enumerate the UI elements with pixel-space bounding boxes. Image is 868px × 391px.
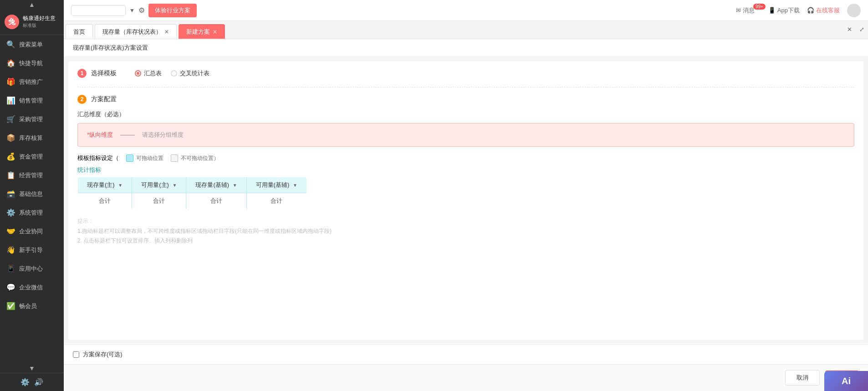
sidebar-item-label: 企业微信 bbox=[19, 283, 43, 292]
topbar: ▼ ⚙ 体验行业方案 ✉ 消息 99+ 📱 App下载 🎧 在线客服 bbox=[64, 0, 868, 21]
col-header-1[interactable]: 现存量(主) ▼ bbox=[78, 177, 132, 193]
cell-summary-3: 合计 bbox=[186, 193, 246, 209]
wave-icon: 👋 bbox=[6, 246, 15, 254]
logo-icon: 兔 bbox=[5, 15, 19, 29]
dimension-label: 汇总维度（必选） bbox=[77, 110, 854, 118]
mobile-icon: 📱 bbox=[6, 264, 15, 273]
save-label: 方案保存(可选) bbox=[83, 350, 123, 359]
tab-new-plan-close-icon[interactable]: ✕ bbox=[213, 29, 217, 35]
sidebar-item-label: 营销推广 bbox=[19, 78, 43, 86]
topbar-right: ✉ 消息 99+ 📱 App下载 🎧 在线客服 bbox=[736, 4, 861, 17]
draggable-box-icon bbox=[126, 154, 133, 162]
save-checkbox[interactable] bbox=[73, 351, 79, 358]
tips-title: 提示： bbox=[77, 218, 94, 224]
sidebar-item-marketing[interactable]: 🎁 营销推广 bbox=[0, 72, 64, 91]
step1-badge: 1 bbox=[77, 69, 87, 78]
tab-inventory-status[interactable]: 现存量（库存状况表） ✕ bbox=[95, 24, 177, 39]
message-label: 消息 bbox=[743, 6, 755, 15]
sidebar-item-quick-nav[interactable]: 🏠 快捷导航 bbox=[0, 54, 64, 72]
non-draggable-box-icon bbox=[171, 154, 178, 162]
sidebar-item-purchase[interactable]: 🛒 采购管理 bbox=[0, 110, 64, 129]
sidebar-item-basic-info[interactable]: 🗃️ 基础信息 bbox=[0, 185, 64, 203]
sidebar-item-label: 搜索菜单 bbox=[19, 41, 43, 49]
sidebar-item-cooperation[interactable]: 🤝 企业协同 bbox=[0, 222, 64, 241]
col-header-2[interactable]: 可用量(主) ▼ bbox=[132, 177, 186, 193]
step1-header: 1 选择模板 汇总表 交叉统计表 bbox=[77, 69, 854, 78]
chat-icon: 💬 bbox=[6, 283, 15, 292]
sidebar-item-label: 畅会员 bbox=[19, 302, 37, 310]
indicator-legend: 模板指标设定（ 可拖动位置 不可拖动位置） bbox=[77, 154, 854, 162]
tab-new-plan[interactable]: 新建方案 ✕ bbox=[179, 24, 225, 39]
handshake-icon: 🤝 bbox=[6, 227, 15, 236]
database-icon: 🗃️ bbox=[6, 190, 15, 198]
sidebar-item-inventory[interactable]: 📦 库存核算 bbox=[0, 129, 64, 147]
box-icon: 📦 bbox=[6, 134, 15, 142]
sidebar: ▲ 兔 畅康通好生意 标准版 🔍 搜索菜单 🏠 快捷导航 🎁 营销推广 📊 销售… bbox=[0, 0, 64, 391]
panel-expand-icon[interactable]: ⤢ bbox=[856, 21, 868, 39]
legend-draggable: 可拖动位置 bbox=[126, 154, 163, 162]
step2-header: 2 方案配置 bbox=[77, 95, 854, 104]
industry-btn[interactable]: 体验行业方案 bbox=[148, 4, 197, 17]
col-dropdown-3[interactable]: ▼ bbox=[233, 183, 237, 188]
col-header-3[interactable]: 现存量(基辅) ▼ bbox=[186, 177, 246, 193]
sidebar-item-label: 企业协同 bbox=[19, 227, 43, 236]
required-label: *纵向维度 bbox=[87, 131, 113, 139]
topbar-gear-icon[interactable]: ⚙ bbox=[138, 6, 145, 15]
dimension-box[interactable]: *纵向维度 —— 请选择分组维度 bbox=[77, 123, 854, 147]
cancel-button[interactable]: 取消 bbox=[785, 370, 820, 386]
sidebar-footer: ⚙️ 🔊 bbox=[0, 373, 64, 391]
tab-home[interactable]: 首页 bbox=[66, 24, 93, 39]
col-dropdown-4[interactable]: ▼ bbox=[293, 183, 297, 188]
indicators-config-label: 模板指标设定（ bbox=[77, 154, 119, 162]
sidebar-item-newbie[interactable]: 👋 新手引导 bbox=[0, 241, 64, 259]
footer: 取消 查询 bbox=[64, 364, 868, 391]
clipboard-icon: 📋 bbox=[6, 171, 15, 180]
tabbar: 首页 现存量（库存状况表） ✕ 新建方案 ✕ ✕ ⤢ bbox=[64, 21, 868, 39]
main-area: ▼ ⚙ 体验行业方案 ✉ 消息 99+ 📱 App下载 🎧 在线客服 首页 bbox=[64, 0, 868, 391]
sidebar-item-finance[interactable]: 💰 资金管理 bbox=[0, 147, 64, 166]
money-icon: 💰 bbox=[6, 152, 15, 161]
sidebar-logo: 兔 畅康通好生意 标准版 bbox=[0, 9, 64, 35]
sidebar-item-operations[interactable]: 📋 经营管理 bbox=[0, 166, 64, 185]
step1-separator bbox=[77, 87, 854, 87]
sidebar-scroll-up[interactable]: ▲ bbox=[0, 0, 64, 9]
sidebar-item-system[interactable]: ⚙️ 系统管理 bbox=[0, 203, 64, 222]
dimension-placeholder[interactable]: 请选择分组维度 bbox=[142, 131, 184, 139]
sidebar-item-member[interactable]: ✅ 畅会员 bbox=[0, 297, 64, 315]
radio-cross[interactable]: 交叉统计表 bbox=[171, 69, 209, 77]
step2-section: 2 方案配置 汇总维度（必选） *纵向维度 —— 请选择分组维度 bbox=[77, 95, 854, 246]
sidebar-item-label: 系统管理 bbox=[19, 209, 43, 217]
chevron-down-icon[interactable]: ▼ bbox=[129, 7, 135, 14]
ai-badge[interactable]: Ai bbox=[824, 371, 868, 391]
sidebar-item-sales[interactable]: 📊 销售管理 bbox=[0, 91, 64, 110]
app-label: App下载 bbox=[777, 6, 800, 15]
main-panel: 1 选择模板 汇总表 交叉统计表 bbox=[68, 62, 863, 340]
panel-close-icon[interactable]: ✕ bbox=[843, 21, 856, 39]
statistics-table: 现存量(主) ▼ 可用量(主) ▼ 现存量(基辅) ▼ bbox=[77, 177, 307, 209]
tab-inventory-close-icon[interactable]: ✕ bbox=[164, 29, 169, 35]
message-icon: ✉ bbox=[736, 7, 741, 14]
col-dropdown-1[interactable]: ▼ bbox=[118, 183, 123, 188]
settings-icon[interactable]: ⚙️ bbox=[20, 378, 30, 386]
sidebar-item-label: 经营管理 bbox=[19, 171, 43, 180]
service-button[interactable]: 🎧 在线客服 bbox=[807, 6, 840, 15]
search-input[interactable] bbox=[71, 5, 126, 16]
speaker-icon[interactable]: 🔊 bbox=[34, 378, 43, 386]
dimension-section: 汇总维度（必选） *纵向维度 —— 请选择分组维度 bbox=[77, 110, 854, 147]
radio-summary[interactable]: 汇总表 bbox=[135, 69, 162, 77]
home-icon: 🏠 bbox=[6, 59, 15, 67]
tip-2: 2. 点击标题栏下拉可设置排序、插入列和删除列 bbox=[77, 236, 854, 246]
sidebar-item-wechat[interactable]: 💬 企业微信 bbox=[0, 278, 64, 297]
app-download-button[interactable]: 📱 App下载 bbox=[768, 6, 800, 15]
col-dropdown-2[interactable]: ▼ bbox=[173, 183, 177, 188]
sidebar-item-search[interactable]: 🔍 搜索菜单 bbox=[0, 35, 64, 54]
tips-section: 提示： 1.拖动标题栏可以调整布局，不可跨维度或指标区域拖动栏目字段(只能在同一… bbox=[77, 216, 854, 246]
sidebar-scroll-down[interactable]: ▼ bbox=[0, 364, 64, 373]
sidebar-item-label: 销售管理 bbox=[19, 97, 43, 105]
tab-home-label: 首页 bbox=[73, 28, 85, 36]
avatar[interactable] bbox=[847, 4, 861, 17]
sidebar-item-app-center[interactable]: 📱 应用中心 bbox=[0, 259, 64, 278]
template-radio-group: 汇总表 交叉统计表 bbox=[135, 69, 209, 77]
message-button[interactable]: ✉ 消息 99+ bbox=[736, 6, 761, 15]
col-header-4[interactable]: 可用量(基辅) ▼ bbox=[246, 177, 306, 193]
